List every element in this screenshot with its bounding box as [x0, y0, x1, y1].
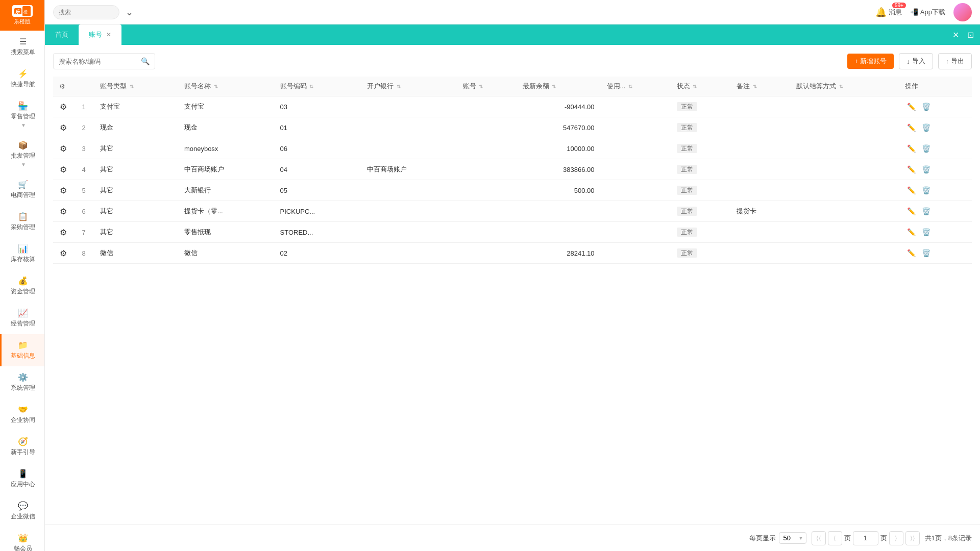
sidebar-item-capital[interactable]: 💰 资金管理 — [0, 270, 44, 302]
header-search-input[interactable] — [53, 5, 119, 19]
sidebar-item-wholesale-mgmt[interactable]: 📦 批发管理 ▼ — [0, 134, 44, 173]
sidebar-item-enterprise[interactable]: 🤝 企业协同 — [0, 398, 44, 431]
row-actions: ✏️ 🗑️ — [899, 138, 972, 159]
next-page-button[interactable]: ⟩ — [889, 531, 903, 545]
tab-close-button[interactable]: ✕ — [950, 28, 961, 42]
row-gear[interactable]: ⚙ — [53, 159, 74, 180]
row-type: 其它 — [94, 138, 178, 159]
row-actions: ✏️ 🗑️ — [899, 201, 972, 222]
tab-home[interactable]: 首页 — [45, 24, 79, 45]
delete-button[interactable]: 🗑️ — [920, 206, 933, 216]
row-gear[interactable]: ⚙ — [53, 222, 74, 243]
row-usage — [601, 180, 671, 201]
tab-restore-button[interactable]: ⊡ — [965, 28, 976, 42]
row-default-settlement — [790, 138, 899, 159]
row-gear[interactable]: ⚙ — [53, 201, 74, 222]
sidebar-item-enterprise-wechat[interactable]: 💬 企业微信 — [0, 495, 44, 527]
edit-button[interactable]: ✏️ — [905, 227, 918, 237]
th-bank[interactable]: 开户银行 ⇅ — [361, 77, 457, 96]
notification-button[interactable]: 🔔 消息 99+ — [875, 7, 902, 18]
page-nav: ⟨⟨ ⟨ 页 页 ⟩ ⟩⟩ — [812, 531, 920, 545]
sidebar-item-ecommerce[interactable]: 🛒 电商管理 — [0, 173, 44, 206]
row-usage — [601, 96, 671, 117]
row-type: 其它 — [94, 222, 178, 243]
row-name: 零售抵现 — [178, 222, 274, 243]
sidebar-item-guide[interactable]: 🧭 新手引导 — [0, 431, 44, 463]
import-button[interactable]: ↓ 导入 — [899, 53, 933, 69]
row-usage — [601, 243, 671, 264]
row-gear[interactable]: ⚙ — [53, 138, 74, 159]
prev-page-button[interactable]: ⟨ — [828, 531, 842, 545]
row-status: 正常 — [671, 222, 731, 243]
tab-close-icon[interactable]: ✕ — [106, 31, 111, 38]
edit-button[interactable]: ✏️ — [905, 185, 918, 195]
first-page-button[interactable]: ⟨⟨ — [812, 531, 826, 545]
row-actions: ✏️ 🗑️ — [899, 96, 972, 117]
th-code[interactable]: 账号编码 ⇅ — [274, 77, 361, 96]
delete-button[interactable]: 🗑️ — [920, 122, 933, 133]
row-gear[interactable]: ⚙ — [53, 96, 74, 117]
chevron-down-icon: ▼ — [21, 122, 26, 128]
edit-button[interactable]: ✏️ — [905, 102, 918, 112]
edit-button[interactable]: ✏️ — [905, 122, 918, 133]
th-remarks[interactable]: 备注 ⇅ — [730, 77, 790, 96]
export-button[interactable]: ↑ 导出 — [938, 53, 972, 69]
th-balance[interactable]: 最新余额 ⇅ — [517, 77, 601, 96]
sidebar-item-label: 采购管理 — [11, 223, 35, 232]
sidebar-item-search-menu[interactable]: ☰ 搜索菜单 — [0, 31, 44, 63]
th-status[interactable]: 状态 ⇅ — [671, 77, 731, 96]
row-num: 8 — [74, 243, 94, 264]
row-gear[interactable]: ⚙ — [53, 117, 74, 138]
edit-button[interactable]: ✏️ — [905, 164, 918, 174]
sidebar-item-purchase[interactable]: 📋 采购管理 — [0, 206, 44, 238]
table-row: ⚙ 3 其它 moneybosx 06 10000.00 正常 ✏️ 🗑️ — [53, 138, 972, 159]
dropdown-icon[interactable]: ⌄ — [126, 7, 133, 18]
sidebar-item-label: 库存核算 — [11, 255, 35, 264]
tab-account[interactable]: 账号 ✕ — [79, 24, 121, 45]
th-usage[interactable]: 使用... ⇅ — [601, 77, 671, 96]
delete-button[interactable]: 🗑️ — [920, 185, 933, 195]
edit-button[interactable]: ✏️ — [905, 206, 918, 216]
delete-button[interactable]: 🗑️ — [920, 143, 933, 154]
row-gear[interactable]: ⚙ — [53, 180, 74, 201]
sidebar-item-retail-mgmt[interactable]: 🏪 零售管理 ▼ — [0, 95, 44, 134]
edit-button[interactable]: ✏️ — [905, 248, 918, 258]
th-account-num[interactable]: 账号 ⇅ — [457, 77, 517, 96]
th-default-settlement[interactable]: 默认结算方式 ⇅ — [790, 77, 899, 96]
row-remarks — [730, 222, 790, 243]
add-account-button[interactable]: + 新增账号 — [847, 54, 894, 69]
th-gear[interactable]: ⚙ — [53, 77, 74, 96]
th-type[interactable]: 账号类型 ⇅ — [94, 77, 178, 96]
row-gear[interactable]: ⚙ — [53, 243, 74, 264]
app-download-button[interactable]: 📲 App下载 — [910, 8, 945, 17]
table-row: ⚙ 6 其它 提货卡（零... PICKUPC... 正常 提货卡 ✏️ 🗑️ — [53, 201, 972, 222]
last-page-button[interactable]: ⟩⟩ — [905, 531, 920, 545]
sidebar-item-inventory[interactable]: 📊 库存核算 — [0, 238, 44, 270]
row-type: 其它 — [94, 180, 178, 201]
delete-button[interactable]: 🗑️ — [920, 248, 933, 258]
sidebar-item-app-center[interactable]: 📱 应用中心 — [0, 463, 44, 495]
sidebar-item-business[interactable]: 📈 经营管理 — [0, 302, 44, 334]
row-name: 大新银行 — [178, 180, 274, 201]
avatar[interactable] — [953, 3, 972, 21]
page-input[interactable] — [853, 531, 878, 545]
bell-icon: 🔔 — [875, 7, 887, 18]
row-usage — [601, 138, 671, 159]
delete-button[interactable]: 🗑️ — [920, 164, 933, 174]
search-input[interactable] — [59, 58, 141, 65]
edit-button[interactable]: ✏️ — [905, 143, 918, 154]
row-account-num — [457, 222, 517, 243]
sidebar-item-basic-info[interactable]: 📁 基础信息 — [0, 334, 44, 366]
row-code: 04 — [274, 159, 361, 180]
sidebar-item-vip[interactable]: 👑 畅会员 — [0, 527, 44, 551]
delete-button[interactable]: 🗑️ — [920, 227, 933, 237]
row-name: moneybosx — [178, 138, 274, 159]
delete-button[interactable]: 🗑️ — [920, 102, 933, 112]
sidebar-item-system[interactable]: ⚙️ 系统管理 — [0, 366, 44, 398]
search-icon[interactable]: 🔍 — [141, 57, 150, 65]
pagination-bar: 每页显示 50 10 20 100 ⟨⟨ ⟨ 页 页 ⟩ ⟩⟩ 共1页，8条记录 — [45, 524, 980, 551]
sidebar-item-quick-nav[interactable]: ⚡ 快捷导航 — [0, 63, 44, 95]
per-page-select[interactable]: 50 10 20 100 — [779, 532, 806, 544]
th-name[interactable]: 账号名称 ⇅ — [178, 77, 274, 96]
svg-text:橙: 橙 — [23, 10, 28, 14]
